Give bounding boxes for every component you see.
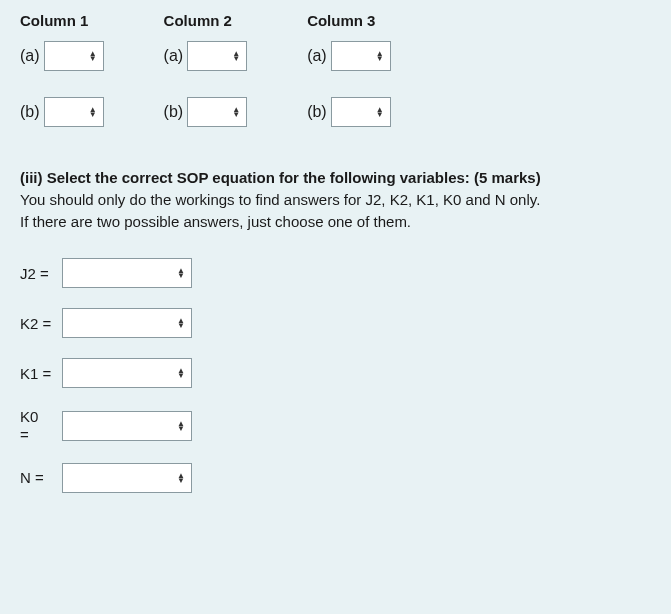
spinner-icon [89, 51, 97, 61]
spinner-icon [177, 318, 185, 328]
col2-a-label: (a) [164, 47, 184, 65]
col1-b-select[interactable] [44, 97, 104, 127]
column-3-header: Column 3 [307, 12, 391, 29]
sop-select-k0[interactable] [62, 411, 192, 441]
spinner-icon [177, 421, 185, 431]
sop-select-j2[interactable] [62, 258, 192, 288]
sop-row-j2: J2 = [20, 258, 651, 288]
col3-a-select[interactable] [331, 41, 391, 71]
sop-label-n: N = [20, 469, 54, 486]
sop-section: J2 = K2 = K1 = K0 = N = [20, 258, 651, 493]
spinner-icon [376, 51, 384, 61]
spinner-icon [232, 51, 240, 61]
instruction-line-2: You should only do the workings to find … [20, 189, 651, 211]
sop-select-k1[interactable] [62, 358, 192, 388]
col1-b-label: (b) [20, 103, 40, 121]
sop-label-k1: K1 = [20, 365, 54, 382]
spinner-icon [232, 107, 240, 117]
spinner-icon [89, 107, 97, 117]
col3-b-select[interactable] [331, 97, 391, 127]
column-2-row-a: (a) [164, 41, 248, 71]
spinner-icon [177, 473, 185, 483]
col3-b-label: (b) [307, 103, 327, 121]
col3-a-label: (a) [307, 47, 327, 65]
column-2-row-b: (b) [164, 97, 248, 127]
instruction-block: (iii) Select the correct SOP equation fo… [20, 167, 651, 232]
column-1: Column 1 (a) (b) [20, 12, 104, 127]
sop-label-j2: J2 = [20, 265, 54, 282]
sop-row-k2: K2 = [20, 308, 651, 338]
instruction-line-3: If there are two possible answers, just … [20, 211, 651, 233]
column-3: Column 3 (a) (b) [307, 12, 391, 127]
column-2: Column 2 (a) (b) [164, 12, 248, 127]
sop-label-k2: K2 = [20, 315, 54, 332]
column-1-header: Column 1 [20, 12, 104, 29]
column-1-row-a: (a) [20, 41, 104, 71]
col1-a-label: (a) [20, 47, 40, 65]
spinner-icon [177, 368, 185, 378]
part-roman: (iii) [20, 169, 43, 186]
spinner-icon [177, 268, 185, 278]
sop-label-k0: K0 = [20, 408, 54, 443]
sop-label-k0-top: K0 [20, 408, 54, 425]
instruction-title: (iii) Select the correct SOP equation fo… [20, 167, 651, 189]
part-marks: (5 marks) [474, 169, 541, 186]
column-2-group: (a) (b) [164, 41, 248, 127]
sop-select-k2[interactable] [62, 308, 192, 338]
column-2-header: Column 2 [164, 12, 248, 29]
column-1-row-b: (b) [20, 97, 104, 127]
spinner-icon [376, 107, 384, 117]
col1-a-select[interactable] [44, 41, 104, 71]
sop-row-k1: K1 = [20, 358, 651, 388]
columns-section: Column 1 (a) (b) Column 2 (a) (b) [20, 12, 651, 127]
col2-a-select[interactable] [187, 41, 247, 71]
col2-b-label: (b) [164, 103, 184, 121]
sop-select-n[interactable] [62, 463, 192, 493]
part-title-text: Select the correct SOP equation for the … [47, 169, 470, 186]
sop-row-k0: K0 = [20, 408, 651, 443]
col2-b-select[interactable] [187, 97, 247, 127]
sop-label-k0-bottom: = [20, 426, 54, 443]
column-1-group: (a) (b) [20, 41, 104, 127]
column-3-row-b: (b) [307, 97, 391, 127]
column-3-group: (a) (b) [307, 41, 391, 127]
column-3-row-a: (a) [307, 41, 391, 71]
sop-row-n: N = [20, 463, 651, 493]
